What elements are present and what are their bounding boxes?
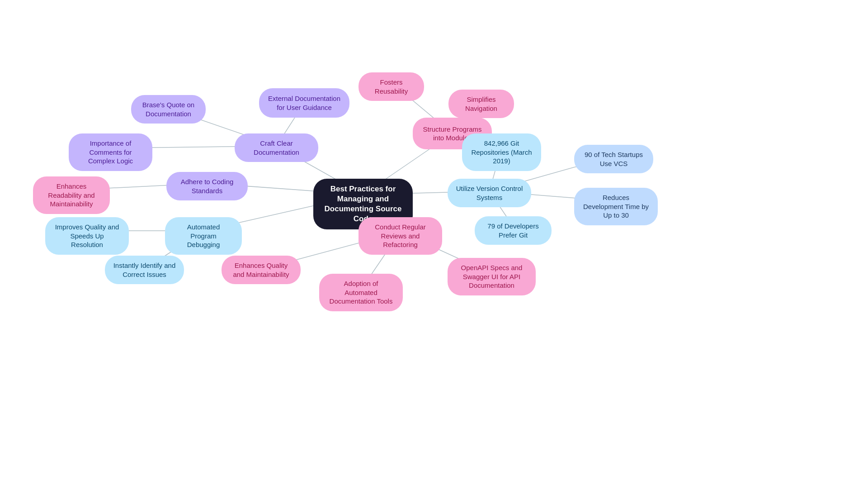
adhere-coding-node: Adhere to Coding Standards bbox=[166, 172, 248, 200]
tech-startups-node: 90 of Tech Startups Use VCS bbox=[574, 145, 653, 173]
external-doc-node: External Documentation for User Guidance bbox=[259, 88, 349, 118]
enhances-quality-node: Enhances Quality and Maintainability bbox=[222, 256, 301, 284]
simplifies-nav-node: Simplifies Navigation bbox=[448, 90, 514, 118]
brase-quote-node: Brase's Quote on Documentation bbox=[131, 95, 206, 124]
adoption-auto-node: Adoption of Automated Documentation Tool… bbox=[319, 274, 403, 311]
importance-comments-node: Importance of Comments for Complex Logic bbox=[69, 133, 152, 171]
utilize-vcs-node: Utilize Version Control Systems bbox=[448, 179, 531, 207]
automated-debug-node: Automated Program Debugging bbox=[165, 217, 242, 255]
fosters-reusability-node: Fosters Reusability bbox=[359, 72, 424, 101]
craft-clear-node: Craft Clear Documentation bbox=[235, 133, 318, 162]
enhances-read-node: Enhances Readability and Maintainability bbox=[33, 176, 110, 214]
developers-prefer-node: 79 of Developers Prefer Git bbox=[475, 216, 552, 245]
conduct-reviews-node: Conduct Regular Reviews and Refactoring bbox=[359, 217, 442, 255]
mind-map-container: Best Practices for Managing and Document… bbox=[0, 0, 868, 490]
git-repos-node: 842,966 Git Repositories (March 2019) bbox=[462, 133, 541, 171]
reduces-dev-node: Reduces Development Time by Up to 30 bbox=[574, 188, 658, 225]
instantly-identify-node: Instantly Identify and Correct Issues bbox=[105, 256, 184, 284]
openapi-specs-node: OpenAPI Specs and Swagger UI for API Doc… bbox=[448, 258, 536, 295]
improves-quality-node: Improves Quality and Speeds Up Resolutio… bbox=[45, 217, 129, 255]
